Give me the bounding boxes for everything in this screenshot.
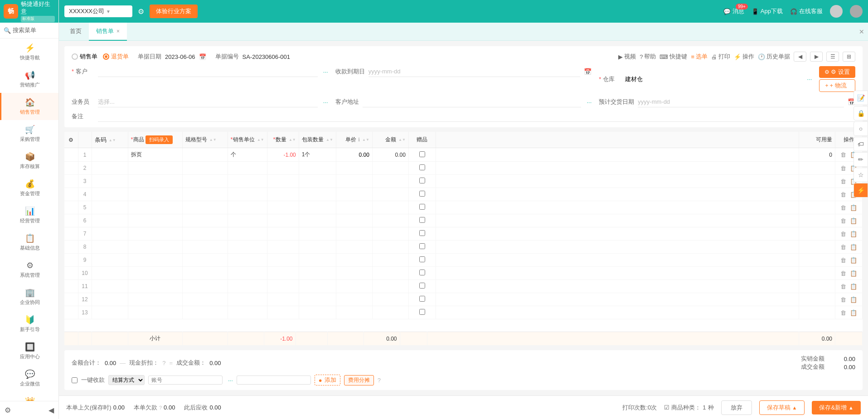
account-more-icon[interactable]: ··· [228,377,233,384]
row-delete-icon[interactable]: 🗑 [840,191,846,198]
close-all-tabs-icon[interactable]: ✕ [859,28,864,35]
row-qty[interactable] [267,293,299,306]
row-price[interactable] [336,188,372,201]
row-delete-icon[interactable]: 🗑 [840,204,846,211]
price-info-icon[interactable]: ℹ [358,137,360,142]
row-spec[interactable] [182,306,228,319]
row-qty[interactable] [267,267,299,280]
row-copy-icon[interactable]: 📋 [850,244,857,250]
message-button[interactable]: 💬 消息 99+ [723,7,744,15]
customer-input[interactable] [98,66,318,77]
row-copy-icon[interactable]: 📋 [850,296,857,303]
row-spec[interactable] [182,148,228,162]
customer-more-icon[interactable]: ··· [323,68,328,75]
row-copy-icon[interactable]: 📋 [850,270,857,277]
salesperson-input[interactable] [98,96,318,107]
row-qty[interactable] [267,280,299,293]
shortcut-btn[interactable]: ⌨ 快捷键 [659,53,687,61]
row-barcode[interactable] [92,162,128,175]
tab-home[interactable]: 首页 [63,23,89,41]
row-delete-icon[interactable]: 🗑 [840,217,846,224]
row-delete-icon[interactable]: 🗑 [840,309,846,316]
radio-return-order[interactable]: 退货单 [103,53,129,61]
online-support-button[interactable]: 🎧 在线客服 [790,7,823,15]
sidebar-settings-icon[interactable]: ⚙ [5,406,11,414]
tab-sales-order[interactable]: 销售单 × [89,23,127,41]
row-spec[interactable] [182,188,228,201]
row-barcode[interactable] [92,280,128,293]
salesperson-more-icon[interactable]: ··· [323,99,328,106]
row-qty[interactable] [267,227,299,241]
history-order-btn[interactable]: 🕐 历史单据 [758,53,790,61]
sidebar-item-system[interactable]: ⚙ 系统管理 [0,256,58,283]
sidebar-item-wechat[interactable]: 💬 企业微信 [0,365,58,392]
row-price[interactable] [336,148,372,162]
operate-btn[interactable]: ⚡ 操作 [734,53,754,61]
row-gift[interactable] [408,214,436,227]
product-type-check-icon[interactable]: ☑ [664,404,669,411]
warehouse-more-icon[interactable]: ··· [807,76,812,82]
row-barcode[interactable] [92,241,128,254]
row-copy-icon[interactable]: 📋 [850,217,857,224]
sidebar-item-basic-info[interactable]: 📋 基础信息 [0,229,58,256]
app-download-button[interactable]: 📱 App下载 [752,7,783,15]
row-copy-icon[interactable]: 📋 [850,204,857,211]
row-delete-icon[interactable]: 🗑 [840,165,846,172]
print-btn[interactable]: 🖨 打印 [711,53,730,61]
remark-input[interactable] [98,111,855,122]
row-delete-icon[interactable]: 🗑 [840,270,846,277]
row-gift[interactable] [408,201,436,214]
fee-split-button[interactable]: 费用分摊 [344,375,374,385]
sidebar-item-sales[interactable]: 🏠 销售管理 [0,93,58,120]
right-lock-btn[interactable]: 🔒 [853,106,868,120]
right-circle-btn[interactable]: ○ [853,121,868,136]
right-star-btn[interactable]: ☆ [853,168,868,182]
row-barcode[interactable] [92,214,128,227]
row-spec[interactable] [182,241,228,254]
right-tag-btn[interactable]: 🏷 [853,137,868,151]
sidebar-item-member[interactable]: 👑 畅会员 [0,392,58,401]
row-spec[interactable] [182,254,228,267]
row-qty[interactable] [267,162,299,175]
row-spec[interactable] [182,280,228,293]
user-avatar-2[interactable] [850,5,863,18]
row-delete-icon[interactable]: 🗑 [840,231,846,237]
account-input[interactable] [148,376,223,385]
sidebar-search[interactable]: 🔍 搜索菜单 [0,23,58,39]
help-btn[interactable]: ? 帮助 [640,53,656,61]
list-view-btn[interactable]: ☰ [826,52,839,62]
sidebar-item-app-center[interactable]: 🔲 应用中心 [0,337,58,365]
scan-barcode-button[interactable]: 扫码录入 [145,135,173,144]
row-barcode[interactable] [92,293,128,306]
row-price[interactable] [336,267,372,280]
row-gift[interactable] [408,280,436,293]
next-record-btn[interactable]: ▶ [810,52,823,62]
abandon-button[interactable]: 放弃 [721,400,752,415]
customer-address-input[interactable] [363,96,582,107]
row-price[interactable] [336,241,372,254]
grid-view-btn[interactable]: ⊞ [843,52,855,62]
row-barcode[interactable] [92,254,128,267]
row-price[interactable] [336,306,372,319]
sidebar-item-purchase[interactable]: 🛒 采购管理 [0,120,58,147]
row-delete-icon[interactable]: 🗑 [840,257,846,264]
payment-date-calendar-icon[interactable]: 📅 [584,68,592,75]
row-delete-icon[interactable]: 🗑 [840,151,846,158]
user-avatar[interactable] [830,5,843,18]
payment-amount-input[interactable] [237,376,311,385]
row-delete-icon[interactable]: 🗑 [840,178,846,185]
onepay-checkbox[interactable] [72,377,78,383]
sidebar-collapse-icon[interactable]: ◀ [48,406,54,414]
row-copy-icon[interactable]: 📋 [850,231,857,237]
row-spec[interactable] [182,293,228,306]
expected-date-input[interactable] [638,96,844,107]
sidebar-item-quick-nav[interactable]: ⚡ 快捷导航 [0,39,58,66]
row-spec[interactable] [182,201,228,214]
row-spec[interactable] [182,227,228,241]
sidebar-item-enterprise[interactable]: 🏢 企业协同 [0,283,58,310]
row-qty[interactable] [267,188,299,201]
arrears-help-icon[interactable]: ? [159,405,162,410]
calc-method-select[interactable]: 结算方式 [108,375,145,385]
row-barcode[interactable] [92,267,128,280]
row-barcode[interactable] [92,227,128,241]
